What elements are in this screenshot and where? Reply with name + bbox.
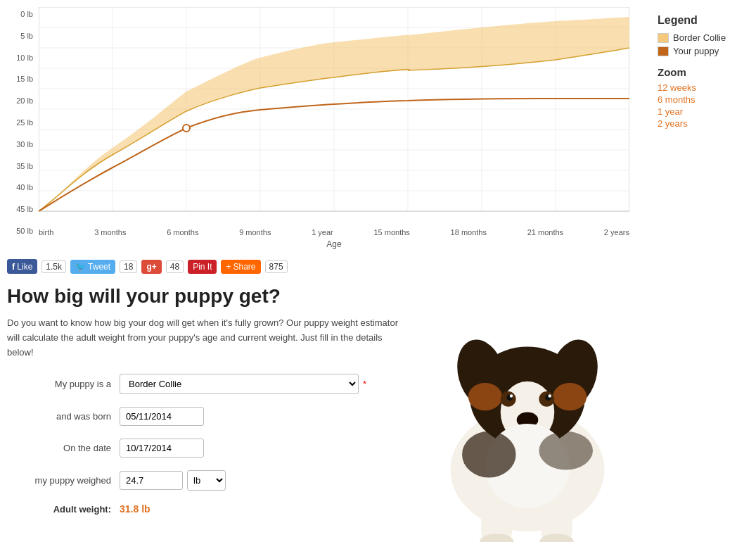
x-label-18m: 18 months <box>451 228 487 237</box>
svg-point-41 <box>462 431 516 478</box>
legend-label-your-puppy: Your puppy <box>673 46 719 56</box>
legend-section: Legend Border Collie Your puppy Zoom 12 … <box>658 7 749 542</box>
born-label: and was born <box>7 411 120 422</box>
x-label-3m: 3 months <box>94 228 126 237</box>
x-label-2y: 2 years <box>604 228 629 237</box>
twitter-icon: 🐦 <box>75 262 86 272</box>
date-label: On the date <box>7 443 120 453</box>
svg-point-34 <box>549 394 551 397</box>
weight-unit-select[interactable]: lb kg <box>187 470 226 491</box>
legend-item-your-puppy: Your puppy <box>658 46 749 56</box>
zoom-12weeks[interactable]: 12 weeks <box>658 82 749 93</box>
pinterest-button[interactable]: Pin It <box>188 260 217 274</box>
date-row: On the date <box>7 439 404 458</box>
page-heading: How big will your puppy get? <box>7 285 404 308</box>
required-indicator: * <box>363 379 366 389</box>
x-label-birth: birth <box>39 228 53 237</box>
weight-label: my puppy weighed <box>7 475 120 486</box>
zoom-links: 12 weeks 6 months 1 year 2 years <box>658 82 749 129</box>
x-label-9m: 9 months <box>239 228 271 237</box>
gplus-count: 48 <box>166 260 184 273</box>
share-icon: + <box>226 262 231 272</box>
tweet-count: 18 <box>120 260 137 273</box>
page-description: Do you want to know how big your dog wil… <box>7 316 404 360</box>
gplus-icon: g+ <box>146 262 156 272</box>
fb-like-label: Like <box>17 262 32 272</box>
date-input[interactable] <box>120 439 204 458</box>
puppy-image-container <box>404 285 651 542</box>
growth-chart <box>39 7 629 225</box>
adult-weight-row: Adult weight: 31.8 lb <box>7 503 404 515</box>
legend-color-your-puppy <box>658 46 669 56</box>
fb-count: 1.5k <box>41 260 66 273</box>
svg-point-28 <box>553 383 587 410</box>
breed-row: My puppy is a Border Collie Labrador Ret… <box>7 374 404 394</box>
x-label-15m: 15 months <box>373 228 409 237</box>
facebook-like-button[interactable]: f Like <box>7 259 37 274</box>
adult-weight-value: 31.8 lb <box>120 503 150 515</box>
fb-icon: f <box>12 261 15 272</box>
x-label-1y: 1 year <box>312 228 333 237</box>
x-label-21m: 21 months <box>527 228 563 237</box>
share-button[interactable]: + Share <box>221 260 260 274</box>
born-row: and was born <box>7 407 404 426</box>
legend-item-border-collie: Border Collie <box>658 32 749 43</box>
zoom-2years[interactable]: 2 years <box>658 118 749 129</box>
svg-point-27 <box>468 383 502 410</box>
share-label: Share <box>233 262 256 272</box>
legend-label-border-collie: Border Collie <box>673 32 726 43</box>
x-label-6m: 6 months <box>167 228 198 237</box>
breed-select[interactable]: Border Collie Labrador Retriever German … <box>120 374 359 394</box>
svg-point-21 <box>183 125 190 132</box>
svg-point-33 <box>510 394 513 397</box>
pin-label: Pin It <box>193 262 212 272</box>
legend-title: Legend <box>658 14 749 27</box>
weight-input[interactable] <box>120 471 183 490</box>
zoom-1year[interactable]: 1 year <box>658 106 749 117</box>
gplus-button[interactable]: g+ <box>141 260 161 274</box>
born-input[interactable] <box>120 407 204 426</box>
y-axis-labels: 50 lb 45 lb 40 lb 35 lb 30 lb 25 lb 20 l… <box>7 7 39 249</box>
puppy-form: My puppy is a Border Collie Labrador Ret… <box>7 374 404 515</box>
zoom-title: Zoom <box>658 66 749 78</box>
share-count: 875 <box>265 260 288 273</box>
tweet-label: Tweet <box>88 262 110 272</box>
legend-color-border-collie <box>658 33 669 43</box>
x-axis-title: Age <box>39 239 629 249</box>
svg-point-42 <box>539 431 593 470</box>
weight-inputs: lb kg <box>120 470 226 491</box>
social-bar: f Like 1.5k 🐦 Tweet 18 g+ 48 Pin It + Sh… <box>7 259 651 274</box>
zoom-6months[interactable]: 6 months <box>658 94 749 105</box>
breed-label: My puppy is a <box>7 379 120 389</box>
adult-weight-label: Adult weight: <box>7 504 120 515</box>
weight-row: my puppy weighed lb kg <box>7 470 404 491</box>
puppy-image <box>404 285 651 542</box>
tweet-button[interactable]: 🐦 Tweet <box>70 260 115 274</box>
